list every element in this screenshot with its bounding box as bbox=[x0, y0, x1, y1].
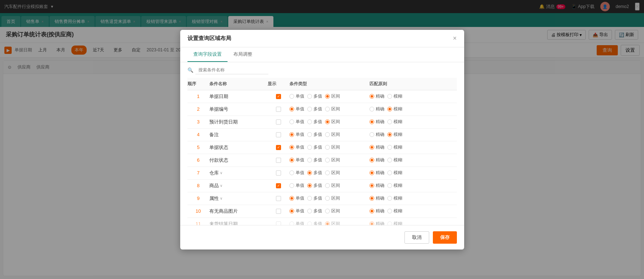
row-3-match-fuzzy[interactable]: 模糊 bbox=[387, 119, 402, 125]
radio-exact-4[interactable] bbox=[370, 132, 374, 137]
row-6-display-checkbox[interactable] bbox=[276, 158, 281, 163]
row-10-match-fuzzy[interactable]: 模糊 bbox=[387, 208, 402, 214]
radio-fuzzy-6[interactable] bbox=[387, 158, 392, 162]
row-9-type-range[interactable]: 区间 bbox=[325, 195, 340, 201]
row-9-type-single[interactable]: 单值 bbox=[289, 195, 304, 201]
row-4-match-exact[interactable]: 精确 bbox=[370, 131, 384, 138]
radio-range-8[interactable] bbox=[325, 183, 330, 188]
row-4-type-range[interactable]: 区间 bbox=[325, 131, 340, 138]
radio-fuzzy-4[interactable] bbox=[387, 132, 392, 137]
radio-multi-7[interactable] bbox=[307, 170, 312, 175]
row-5-match-exact[interactable]: 精确 bbox=[370, 144, 384, 150]
row-1-display-checkbox[interactable]: ✓ bbox=[276, 94, 281, 99]
row-6-type-single[interactable]: 单值 bbox=[289, 157, 304, 163]
radio-fuzzy-2[interactable] bbox=[387, 107, 392, 111]
row-4-display-checkbox[interactable] bbox=[276, 132, 281, 137]
row-7-type-single[interactable]: 单值 bbox=[289, 170, 304, 176]
dialog-close-button[interactable]: × bbox=[453, 35, 457, 42]
radio-single-4[interactable] bbox=[289, 132, 294, 137]
row-9-display-checkbox[interactable] bbox=[276, 196, 281, 201]
row-5-display-checkbox[interactable]: ✓ bbox=[276, 145, 281, 150]
search-input[interactable] bbox=[195, 66, 268, 74]
radio-exact-11[interactable] bbox=[370, 221, 374, 225]
row-10-match-exact[interactable]: 精确 bbox=[370, 208, 384, 214]
row-4-type-single[interactable]: 单值 bbox=[289, 131, 304, 138]
row-8-match-exact[interactable]: 精确 bbox=[370, 182, 384, 189]
radio-multi-4[interactable] bbox=[307, 132, 312, 137]
tab-layout[interactable]: 布局调整 bbox=[228, 47, 258, 62]
radio-single-8[interactable] bbox=[289, 183, 294, 188]
row-3-display-checkbox[interactable] bbox=[276, 119, 281, 125]
row-3-type-single[interactable]: 单值 bbox=[289, 119, 304, 125]
row-2-type-range[interactable]: 区间 bbox=[325, 106, 340, 112]
radio-range-5[interactable] bbox=[325, 145, 330, 150]
row-1-type-single[interactable]: 单值 bbox=[289, 93, 304, 99]
radio-fuzzy-9[interactable] bbox=[387, 196, 392, 201]
row-6-type-range[interactable]: 区间 bbox=[325, 157, 340, 163]
radio-multi-8[interactable] bbox=[307, 183, 312, 188]
row-5-type-single[interactable]: 单值 bbox=[289, 144, 304, 150]
radio-exact-1[interactable] bbox=[370, 94, 374, 99]
row-8-display-checkbox[interactable]: ✓ bbox=[276, 183, 281, 188]
row-10-type-range[interactable]: 区间 bbox=[325, 208, 340, 214]
radio-exact-9[interactable] bbox=[370, 196, 374, 201]
radio-fuzzy-8[interactable] bbox=[387, 183, 392, 188]
row-1-type-multi[interactable]: 多值 bbox=[307, 93, 322, 99]
row-8-type-range[interactable]: 区间 bbox=[325, 182, 340, 189]
row-6-match-exact[interactable]: 精确 bbox=[370, 157, 384, 163]
row-3-type-range[interactable]: 区间 bbox=[325, 119, 340, 125]
radio-range-2[interactable] bbox=[325, 107, 330, 111]
radio-single-3[interactable] bbox=[289, 119, 294, 124]
radio-multi-6[interactable] bbox=[307, 158, 312, 162]
radio-exact-5[interactable] bbox=[370, 145, 374, 150]
row-5-type-multi[interactable]: 多值 bbox=[307, 144, 322, 150]
cancel-button[interactable]: 取消 bbox=[404, 231, 429, 244]
radio-exact-10[interactable] bbox=[370, 209, 374, 213]
row-4-type-multi[interactable]: 多值 bbox=[307, 131, 322, 138]
row-2-match-exact[interactable]: 精确 bbox=[370, 106, 384, 112]
row-4-match-fuzzy[interactable]: 模糊 bbox=[387, 131, 402, 138]
radio-exact-3[interactable] bbox=[370, 119, 374, 124]
tab-query-fields[interactable]: 查询字段设置 bbox=[187, 47, 228, 62]
radio-fuzzy-10[interactable] bbox=[387, 209, 392, 213]
row-1-match-fuzzy[interactable]: 模糊 bbox=[387, 93, 402, 99]
row-9-match-fuzzy[interactable]: 模糊 bbox=[387, 195, 402, 201]
radio-single-7[interactable] bbox=[289, 170, 294, 175]
radio-single-5[interactable] bbox=[289, 145, 294, 150]
radio-single-9[interactable] bbox=[289, 196, 294, 201]
row-9-match-exact[interactable]: 精确 bbox=[370, 195, 384, 201]
row-7-match-fuzzy[interactable]: 模糊 bbox=[387, 170, 402, 176]
row-7-type-multi[interactable]: 多值 bbox=[307, 170, 322, 176]
radio-single-1[interactable] bbox=[289, 94, 294, 99]
radio-multi-1[interactable] bbox=[307, 94, 312, 99]
row-7-type-range[interactable]: 区间 bbox=[325, 170, 340, 176]
radio-exact-2[interactable] bbox=[370, 107, 374, 111]
radio-multi-10[interactable] bbox=[307, 209, 312, 213]
row-2-type-multi[interactable]: 多值 bbox=[307, 106, 322, 112]
radio-single-11[interactable] bbox=[289, 221, 294, 225]
radio-exact-6[interactable] bbox=[370, 158, 374, 162]
row-10-type-single[interactable]: 单值 bbox=[289, 208, 304, 214]
row-7-match-exact[interactable]: 精确 bbox=[370, 170, 384, 176]
row-9-type-multi[interactable]: 多值 bbox=[307, 195, 322, 201]
row-7-display-checkbox[interactable] bbox=[276, 170, 281, 176]
row-2-match-fuzzy[interactable]: 模糊 bbox=[387, 106, 402, 112]
radio-multi-9[interactable] bbox=[307, 196, 312, 201]
row-11-display-checkbox[interactable] bbox=[276, 221, 281, 225]
radio-range-4[interactable] bbox=[325, 132, 330, 137]
row-6-type-multi[interactable]: 多值 bbox=[307, 157, 322, 163]
row-8-type-multi[interactable]: 多值 bbox=[307, 182, 322, 189]
radio-exact-8[interactable] bbox=[370, 183, 374, 188]
save-button[interactable]: 保存 bbox=[433, 231, 457, 244]
radio-multi-3[interactable] bbox=[307, 119, 312, 124]
row-8-type-single[interactable]: 单值 bbox=[289, 182, 304, 189]
radio-single-6[interactable] bbox=[289, 158, 294, 162]
row-6-match-fuzzy[interactable]: 模糊 bbox=[387, 157, 402, 163]
row-10-type-multi[interactable]: 多值 bbox=[307, 208, 322, 214]
radio-multi-2[interactable] bbox=[307, 107, 312, 111]
radio-fuzzy-5[interactable] bbox=[387, 145, 392, 150]
radio-fuzzy-11[interactable] bbox=[387, 221, 392, 225]
radio-fuzzy-1[interactable] bbox=[387, 94, 392, 99]
radio-range-10[interactable] bbox=[325, 209, 330, 213]
row-10-display-checkbox[interactable] bbox=[276, 209, 281, 214]
